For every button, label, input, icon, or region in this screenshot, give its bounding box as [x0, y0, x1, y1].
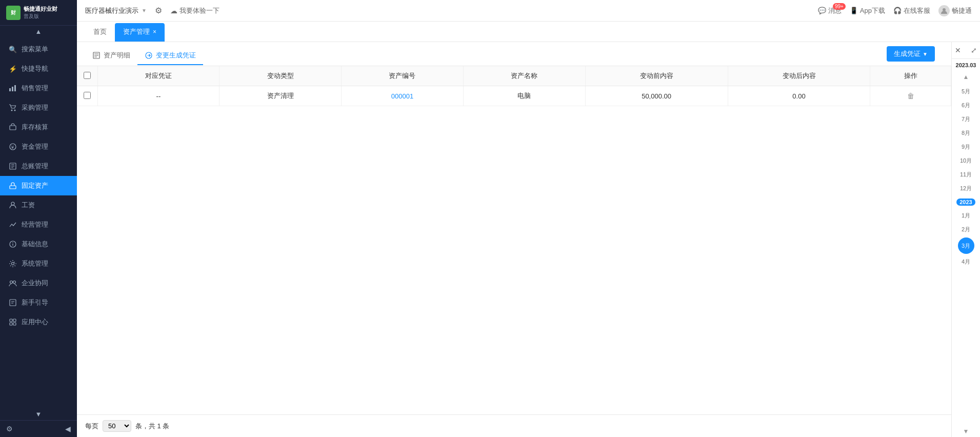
subtabs: 资产明细 变更生成凭证 生成凭证 ▼: [77, 42, 951, 66]
service-label: 在线客服: [904, 6, 930, 15]
sidebar-item-fixedassets[interactable]: 固定资产: [0, 176, 77, 195]
col-before: 变动前内容: [585, 66, 728, 86]
sidebar-footer: ⚙ ◀: [0, 420, 77, 437]
sidebar-item-enterprise[interactable]: 企业协同: [0, 273, 77, 293]
sidebar-item-appcenter[interactable]: 应用中心: [0, 312, 77, 332]
right-panel-close-icon[interactable]: ✕: [955, 46, 961, 54]
sidebar-item-ledger-label: 总账管理: [22, 162, 48, 171]
search-icon: 🔍: [8, 45, 17, 54]
table-header-row: 对应凭证 变动类型 资产编号 资产名称 变动前内容 变动后内容 操作: [77, 66, 951, 86]
notification-button[interactable]: 💬 消息 99+: [818, 6, 842, 15]
tab-close-button[interactable]: ×: [153, 28, 156, 35]
timeline-scroll-up[interactable]: ▲: [952, 71, 980, 83]
svg-rect-26: [13, 323, 16, 325]
sidebar-item-quicknav[interactable]: ⚡ 快捷导航: [0, 59, 77, 78]
per-page-select[interactable]: 50 10 20 100: [103, 420, 131, 432]
online-service-button[interactable]: 🎧 在线客服: [893, 6, 930, 15]
svg-rect-25: [10, 323, 12, 325]
timeline-month-3-active[interactable]: 3月: [958, 237, 974, 254]
header-settings-icon[interactable]: ⚙: [155, 6, 162, 15]
sidebar-scroll-up[interactable]: ▲: [0, 26, 77, 37]
timeline-month-5[interactable]: 5月: [952, 85, 980, 98]
service-icon: 🎧: [893, 7, 902, 14]
sidebar-item-purchase[interactable]: 采购管理: [0, 98, 77, 117]
svg-rect-24: [13, 319, 16, 322]
generate-voucher-button[interactable]: 生成凭证 ▼: [887, 46, 935, 62]
settings-icon[interactable]: ⚙: [6, 425, 13, 433]
timeline-month-10[interactable]: 10月: [952, 154, 980, 168]
subtab-change-voucher[interactable]: 变更生成凭证: [137, 47, 203, 65]
svg-rect-5: [10, 126, 16, 130]
timeline-month-8[interactable]: 8月: [952, 126, 980, 140]
user-menu[interactable]: 畅捷通: [938, 5, 972, 16]
row-voucher: --: [97, 86, 219, 106]
row-checkbox[interactable]: [84, 92, 91, 99]
right-panel-header: ✕ ⤢: [952, 42, 980, 59]
timeline-month-11[interactable]: 11月: [952, 168, 980, 182]
sidebar-item-inventory[interactable]: 库存核算: [0, 117, 77, 137]
sidebar-item-inventory-label: 库存核算: [22, 123, 48, 132]
sidebar-app-name: 畅捷通好业财: [24, 5, 57, 13]
app-icon: 📱: [850, 7, 858, 14]
tab-asset-management[interactable]: 资产管理 ×: [115, 23, 165, 42]
purchase-icon: [8, 103, 17, 112]
delete-icon[interactable]: 🗑: [907, 92, 914, 100]
sidebar-scroll-down[interactable]: ▼: [0, 408, 77, 420]
app-download-button[interactable]: 📱 App下载: [850, 6, 885, 15]
col-change-type: 变动类型: [219, 66, 342, 86]
collapse-icon[interactable]: ◀: [65, 425, 71, 433]
select-all-checkbox[interactable]: [84, 72, 91, 79]
timeline-month-12[interactable]: 12月: [952, 182, 980, 195]
company-name: 医疗器械行业演示: [85, 6, 138, 15]
sidebar-item-sales[interactable]: 销售管理: [0, 78, 77, 98]
baseinfo-icon: [8, 240, 17, 249]
timeline-month-1[interactable]: 1月: [952, 209, 980, 223]
sidebar-item-search-label: 搜索菜单: [22, 45, 48, 54]
subtab-asset-detail[interactable]: 资产明细: [85, 47, 137, 65]
sidebar: 财 畅捷通好业财 普及版 ▲ 🔍 搜索菜单 ⚡ 快捷导航 销售管理 采购管理: [0, 0, 77, 437]
row-asset-code[interactable]: 000001: [342, 86, 464, 106]
timeline-month-7[interactable]: 7月: [952, 112, 980, 126]
svg-point-13: [11, 202, 14, 205]
sidebar-item-funds[interactable]: ¥ 资金管理: [0, 137, 77, 156]
sidebar-item-operations[interactable]: 经营管理: [0, 215, 77, 234]
svg-point-17: [12, 263, 14, 265]
timeline-month-2[interactable]: 2月: [952, 223, 980, 236]
experience-label: 我要体验一下: [179, 6, 219, 15]
sidebar-item-quicknav-label: 快捷导航: [22, 64, 48, 73]
right-panel-expand-icon[interactable]: ⤢: [971, 46, 977, 54]
per-page-label: 每页: [85, 422, 98, 431]
sidebar-item-ledger[interactable]: 总账管理: [0, 156, 77, 176]
sidebar-item-purchase-label: 采购管理: [22, 103, 48, 112]
timeline-year-badge: 2023: [956, 198, 975, 206]
pagination: 每页 50 10 20 100 条，共 1 条: [77, 414, 951, 437]
tab-active-label: 资产管理: [123, 27, 150, 36]
sidebar-item-funds-label: 资金管理: [22, 142, 48, 151]
subtab-asset-detail-label: 资产明细: [104, 51, 130, 60]
sidebar-item-system[interactable]: 系统管理: [0, 254, 77, 273]
svg-rect-20: [10, 300, 16, 306]
svg-rect-2: [14, 85, 16, 91]
svg-point-4: [14, 110, 16, 111]
sidebar-item-system-label: 系统管理: [22, 259, 48, 268]
timeline-month-9[interactable]: 9月: [952, 140, 980, 154]
per-page-unit: 条，共 1 条: [135, 422, 169, 431]
sidebar-item-search[interactable]: 🔍 搜索菜单: [0, 39, 77, 59]
timeline: 5月 6月 7月 8月 9月 10月 11月 12月 2023 1月 2月 3月…: [952, 83, 980, 426]
sidebar-item-guide-label: 新手引导: [22, 298, 48, 307]
sidebar-item-baseinfo[interactable]: 基础信息: [0, 234, 77, 254]
timeline-month-6[interactable]: 6月: [952, 98, 980, 112]
sidebar-logo-icon: 财: [6, 6, 21, 20]
sidebar-item-guide[interactable]: 新手引导: [0, 293, 77, 312]
sidebar-item-payroll[interactable]: 工资: [0, 195, 77, 215]
timeline-scroll-down[interactable]: ▼: [952, 426, 980, 437]
username: 畅捷通: [952, 6, 972, 15]
sidebar-app-sub: 普及版: [24, 13, 57, 20]
sidebar-item-fixedassets-label: 固定资产: [22, 181, 48, 190]
tab-home[interactable]: 首页: [85, 23, 115, 42]
timeline-month-4[interactable]: 4月: [952, 255, 980, 269]
experience-button[interactable]: ☁ 我要体验一下: [170, 6, 219, 15]
col-voucher: 对应凭证: [97, 66, 219, 86]
company-selector[interactable]: 医疗器械行业演示 ▼: [85, 6, 147, 15]
svg-point-3: [11, 110, 13, 111]
